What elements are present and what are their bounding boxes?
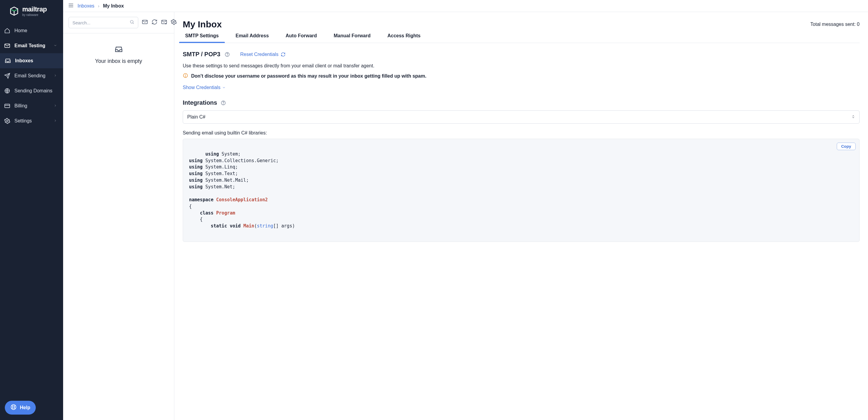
sidebar-nav: Home Email Testing Inboxes Email Sending <box>0 23 63 129</box>
search-input-wrap[interactable] <box>68 17 138 28</box>
show-credentials-label: Show Credentials <box>183 85 220 90</box>
send-icon <box>4 73 10 79</box>
svg-point-15 <box>223 104 224 104</box>
reset-credentials-label: Reset Credentials <box>240 52 278 57</box>
sidebar-item-inboxes[interactable]: Inboxes <box>0 53 63 68</box>
svg-point-11 <box>227 55 227 56</box>
search-icon <box>129 20 134 26</box>
help-label: Help <box>20 405 30 410</box>
breadcrumb-parent[interactable]: Inboxes <box>78 3 94 9</box>
globe-icon <box>4 88 10 94</box>
brand-byline: by railsware <box>22 13 47 17</box>
tab-email-address[interactable]: Email Address <box>233 33 271 43</box>
code-caption: Sending email using builtin C# libraries… <box>183 130 860 136</box>
sidebar-item-label: Inboxes <box>15 58 33 63</box>
language-select-value: Plain C# <box>187 114 205 120</box>
search-input[interactable] <box>72 20 129 25</box>
brand-name: mailtrap <box>22 5 47 13</box>
empty-message: Your inbox is empty <box>63 58 174 64</box>
warning-text: Don't disclose your username or password… <box>191 74 427 79</box>
sidebar-item-email-testing[interactable]: Email Testing <box>0 38 63 53</box>
svg-point-3 <box>7 120 8 122</box>
tab-manual-forward[interactable]: Manual Forward <box>331 33 373 43</box>
chevron-right-icon <box>54 103 57 109</box>
total-messages-value: 0 <box>857 22 860 27</box>
language-select[interactable]: Plain C# <box>183 110 860 124</box>
sidebar-item-label: Billing <box>14 103 27 109</box>
total-messages: Total messages sent: 0 <box>810 22 860 27</box>
home-icon <box>4 28 10 34</box>
sidebar-item-sending-domains[interactable]: Sending Domains <box>0 83 63 99</box>
sidebar-item-label: Email Testing <box>14 43 45 49</box>
chevron-down-icon <box>222 86 226 89</box>
clear-inbox-icon[interactable] <box>161 19 167 26</box>
total-messages-label: Total messages sent: <box>810 22 857 27</box>
integrations-title: Integrations <box>183 99 217 106</box>
help-icon[interactable] <box>221 100 226 106</box>
brand-logo[interactable]: mailtrap by railsware <box>0 0 63 23</box>
tab-smtp-settings[interactable]: SMTP Settings <box>183 33 221 43</box>
message-toolbar <box>63 12 174 33</box>
copy-button[interactable]: Copy <box>837 143 856 150</box>
inbox-icon <box>5 58 11 64</box>
reset-credentials-link[interactable]: Reset Credentials <box>240 52 285 57</box>
sidebar-item-label: Home <box>14 28 27 33</box>
sidebar-item-settings[interactable]: Settings <box>0 113 63 129</box>
svg-rect-2 <box>5 104 10 108</box>
gear-icon <box>4 118 10 124</box>
inbox-icon <box>63 46 174 54</box>
lifebuoy-icon <box>10 404 17 412</box>
sidebar-item-label: Email Sending <box>14 73 45 79</box>
warning-icon <box>183 73 188 79</box>
code-block: Copyusing System; using System.Collectio… <box>183 139 860 242</box>
warning-banner: Don't disclose your username or password… <box>183 73 860 79</box>
chevron-right-icon <box>54 73 57 79</box>
chevron-down-icon <box>54 43 57 49</box>
help-button[interactable]: Help <box>5 401 36 415</box>
refresh-icon[interactable] <box>152 19 157 26</box>
select-chevron-icon <box>851 114 855 120</box>
sidebar-item-billing[interactable]: Billing <box>0 99 63 113</box>
mailtrap-icon <box>9 6 19 16</box>
sidebar-item-email-sending[interactable]: Email Sending <box>0 68 63 83</box>
empty-state: Your inbox is empty <box>63 33 174 64</box>
envelope-check-icon <box>4 43 10 49</box>
svg-point-6 <box>130 21 133 23</box>
show-credentials-link[interactable]: Show Credentials <box>183 85 226 90</box>
tab-access-rights[interactable]: Access Rights <box>385 33 423 43</box>
menu-icon[interactable] <box>68 2 74 10</box>
breadcrumb-current: My Inbox <box>103 3 124 9</box>
tabs: SMTP Settings Email Address Auto Forward… <box>183 33 860 43</box>
sidebar-item-label: Sending Domains <box>14 88 52 93</box>
message-list-panel: Inboxes › My Inbox Your inbox is empty <box>63 0 174 420</box>
smtp-section-title: SMTP / POP3 <box>183 51 220 58</box>
breadcrumb-bar: Inboxes › My Inbox <box>63 0 868 12</box>
chevron-right-icon <box>54 118 57 124</box>
card-icon <box>4 103 10 109</box>
svg-point-5 <box>12 406 14 408</box>
tab-auto-forward[interactable]: Auto Forward <box>283 33 319 43</box>
mark-read-icon[interactable] <box>142 19 148 26</box>
refresh-icon <box>281 52 285 57</box>
chevron-right-icon: › <box>98 4 99 8</box>
sidebar-item-label: Settings <box>14 118 32 124</box>
smtp-description: Use these settings to send messages dire… <box>183 63 860 68</box>
sidebar-item-home[interactable]: Home <box>0 23 63 38</box>
page-title: My Inbox <box>183 19 222 29</box>
sidebar: mailtrap by railsware Home Email Testing… <box>0 0 63 420</box>
help-icon[interactable] <box>224 52 230 57</box>
main-panel: My Inbox Total messages sent: 0 SMTP Set… <box>174 0 868 420</box>
